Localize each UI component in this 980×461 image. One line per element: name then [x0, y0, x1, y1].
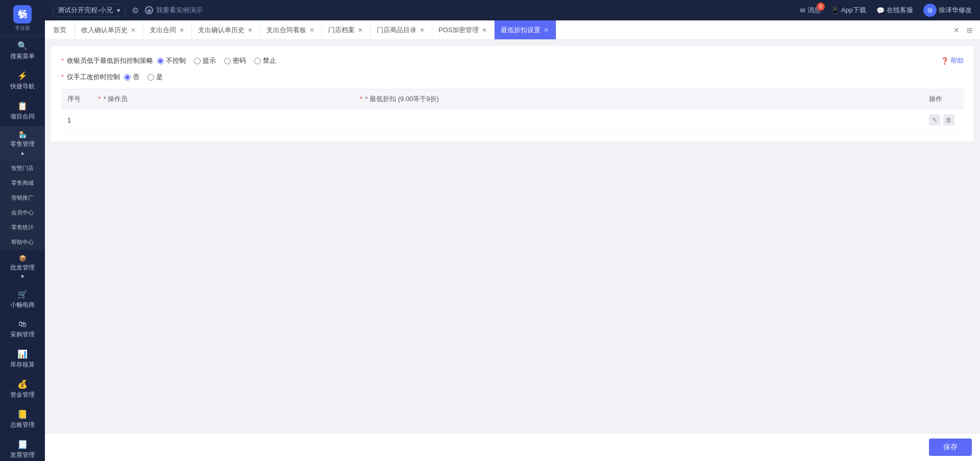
- content-area: * 收银员低于最低折扣控制策略 不控制 提示 密码: [45, 40, 980, 433]
- settings-card: * 收银员低于最低折扣控制策略 不控制 提示 密码: [51, 46, 974, 141]
- sidebar-item-invoice[interactable]: 🧾 发票管理: [0, 434, 45, 461]
- manual-radio-group: 否 是: [124, 72, 163, 82]
- user-profile[interactable]: 徐 徐泽华修改: [923, 4, 972, 17]
- tab-label: 支出合同看板: [266, 26, 306, 35]
- download-icon: 📱: [831, 7, 839, 14]
- tab-close-icon[interactable]: ✕: [481, 27, 488, 34]
- cell-actions: ✎ 🗑: [923, 109, 964, 131]
- manual-radio-no[interactable]: [124, 74, 131, 81]
- demo-link[interactable]: ◉ 我要看实例演示: [145, 6, 203, 15]
- sidebar-item-inventory[interactable]: 📊 库存核算: [0, 344, 45, 374]
- policy-option-label: 不控制: [166, 56, 186, 65]
- col-header-min-discount: * * 最低折扣 (9.00等于9折): [354, 89, 923, 109]
- online-service-button[interactable]: 💬 在线客服: [876, 6, 913, 15]
- tab-store-product[interactable]: 门店商品目录 ✕: [371, 20, 432, 40]
- app-download-label: App下载: [841, 6, 866, 15]
- tab-close-icon[interactable]: ✕: [247, 27, 254, 34]
- sidebar-item-smart-store[interactable]: 智慧门店: [0, 161, 45, 176]
- tab-close-all-button[interactable]: ✕: [950, 24, 963, 36]
- sidebar-item-retail-stats[interactable]: 零售统计: [0, 220, 45, 235]
- question-icon: ❓: [941, 57, 949, 65]
- save-button[interactable]: 保存: [929, 439, 972, 456]
- tab-close-icon[interactable]: ✕: [130, 27, 137, 34]
- tab-label: 支出合同: [150, 26, 176, 35]
- invoice-icon: 🧾: [17, 440, 28, 449]
- sidebar-item-capital[interactable]: 💰 资金管理: [0, 374, 45, 404]
- policy-option-no-control[interactable]: 不控制: [157, 56, 186, 65]
- tab-close-icon[interactable]: ✕: [357, 27, 364, 34]
- sidebar-item-label: 帮助中心: [11, 238, 34, 246]
- manual-radio-yes[interactable]: [148, 74, 154, 81]
- retail-icon: 🏪: [19, 131, 27, 138]
- tab-label: 最低折扣设置: [501, 26, 541, 35]
- home-tab-label: 首页: [53, 26, 66, 35]
- topbar-right: ✉ 消息 8 📱 App下载 💬 在线客服 徐 徐泽华修改: [800, 4, 972, 17]
- delete-icon[interactable]: 🗑: [943, 114, 954, 126]
- policy-option-forbid[interactable]: 禁止: [254, 56, 276, 65]
- user-name: 徐泽华修改: [939, 6, 972, 15]
- help-link[interactable]: ❓ 帮助: [941, 56, 964, 65]
- contract-icon: 📋: [17, 101, 28, 111]
- required-star: *: [61, 57, 64, 64]
- policy-radio-forbid[interactable]: [254, 58, 261, 64]
- manual-option-no[interactable]: 否: [124, 72, 139, 82]
- tab-income-history[interactable]: 收入确认单历史 ✕: [75, 20, 143, 40]
- tabbar: 首页 收入确认单历史 ✕ 支出合同 ✕ 支出确认单历史 ✕ 支出合同看板 ✕ 门…: [45, 20, 980, 40]
- topbar: 测试分开完程-小兄 ▼ ⚙ ◉ 我要看实例演示 ✉ 消息 8 📱 App下载 💬…: [45, 0, 980, 20]
- purchase-icon: 🛍: [18, 320, 27, 329]
- message-button[interactable]: ✉ 消息 8: [800, 6, 821, 15]
- main-area: 测试分开完程-小兄 ▼ ⚙ ◉ 我要看实例演示 ✉ 消息 8 📱 App下载 💬…: [45, 0, 980, 461]
- policy-radio-no-control[interactable]: [157, 58, 164, 64]
- app-logo-icon: 畅: [13, 5, 32, 23]
- tab-payment-contract[interactable]: 支出合同 ✕: [143, 20, 192, 40]
- tab-pos-password[interactable]: POS加密管理 ✕: [432, 20, 495, 40]
- sidebar-item-project[interactable]: 📋 项目合同: [0, 96, 45, 126]
- sidebar-item-help[interactable]: 帮助中心: [0, 235, 45, 250]
- sidebar-item-purchase[interactable]: 🛍 采购管理: [0, 314, 45, 344]
- tab-payment-confirm-history[interactable]: 支出确认单历史 ✕: [192, 20, 260, 40]
- sidebar-item-label: 零售统计: [11, 224, 34, 231]
- sidebar-item-retail[interactable]: 🏪 零售管理 ▲: [0, 126, 45, 161]
- table-row: 1 ✎ 🗑: [61, 109, 964, 131]
- policy-radio-prompt[interactable]: [194, 58, 201, 64]
- manual-option-yes[interactable]: 是: [148, 72, 163, 82]
- col-header-operator: * * 操作员: [92, 89, 354, 109]
- sidebar-item-label: 小畅电商: [10, 301, 35, 309]
- row-actions: ✎ 🗑: [929, 114, 958, 126]
- policy-option-label: 提示: [203, 56, 216, 65]
- manual-label: * 仅手工改价时控制: [61, 72, 120, 82]
- project-selector[interactable]: 测试分开完程-小兄 ▼: [53, 4, 126, 17]
- footer: 保存: [45, 433, 980, 461]
- sidebar-item-ecommerce[interactable]: 🛒 小畅电商: [0, 284, 45, 314]
- tab-actions: ✕ ⊞: [946, 24, 980, 36]
- sidebar-item-member[interactable]: 会员中心: [0, 205, 45, 220]
- chevron-down-icon: ▼: [116, 8, 121, 13]
- edit-icon[interactable]: ✎: [929, 114, 940, 126]
- policy-option-prompt[interactable]: 提示: [194, 56, 216, 65]
- tab-close-icon[interactable]: ✕: [543, 27, 550, 34]
- tab-min-discount[interactable]: 最低折扣设置 ✕: [495, 20, 556, 40]
- sidebar-item-search[interactable]: 🔍 搜索菜单: [0, 36, 45, 66]
- sidebar-item-batch[interactable]: 📦 批发管理 ▼: [0, 250, 45, 284]
- tab-close-icon[interactable]: ✕: [178, 27, 185, 34]
- tab-home[interactable]: 首页: [45, 20, 75, 40]
- sidebar-item-marketing[interactable]: 营销推广: [0, 190, 45, 205]
- policy-form-row: * 收银员低于最低折扣控制策略 不控制 提示 密码: [61, 56, 964, 65]
- policy-radio-password[interactable]: [224, 58, 231, 64]
- discount-table: 序号 * * 操作员 * * 最低折扣 (9.00等于9折) 操作: [61, 89, 964, 131]
- tab-payment-contract-board[interactable]: 支出合同看板 ✕: [260, 20, 322, 40]
- topbar-settings-icon[interactable]: ⚙: [132, 6, 139, 15]
- sidebar-item-label: 库存核算: [10, 360, 35, 369]
- sidebar-item-retail-mall[interactable]: 零售商城: [0, 176, 45, 190]
- tab-store-file[interactable]: 门店档案 ✕: [322, 20, 371, 40]
- sidebar-item-label: 发票管理: [10, 451, 35, 459]
- sidebar-item-shortcut[interactable]: ⚡ 快捷导航: [0, 66, 45, 96]
- sidebar-item-ledger[interactable]: 📒 总账管理: [0, 404, 45, 434]
- tab-close-icon[interactable]: ✕: [419, 27, 426, 34]
- tab-close-icon[interactable]: ✕: [308, 27, 315, 34]
- app-download-button[interactable]: 📱 App下载: [831, 6, 866, 15]
- tab-label: 门店商品目录: [377, 26, 416, 35]
- tab-expand-button[interactable]: ⊞: [964, 24, 976, 36]
- demo-text: 我要看实例演示: [156, 6, 203, 15]
- policy-option-password[interactable]: 密码: [224, 56, 246, 65]
